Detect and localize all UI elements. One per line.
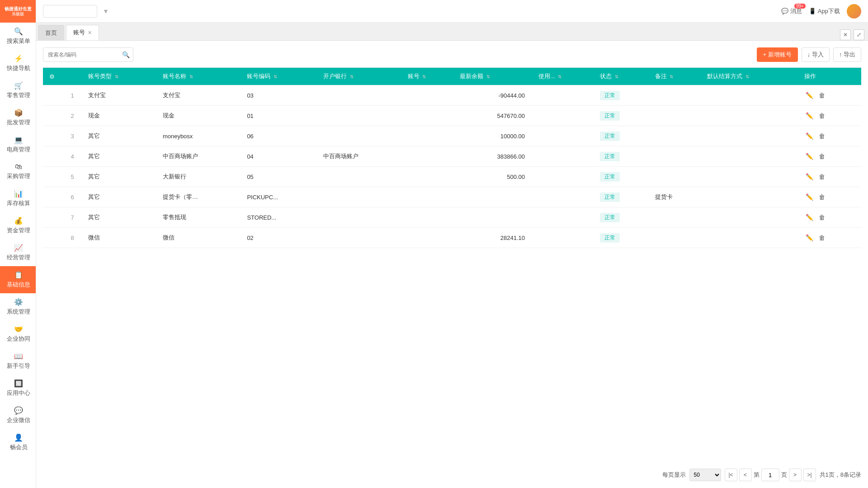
tab-home[interactable]: 首页 <box>38 25 64 40</box>
row-bank: 中百商场账户 <box>319 146 403 167</box>
edit-button[interactable]: ✏️ <box>804 90 815 101</box>
row-account <box>403 187 455 207</box>
tab-close-icon[interactable]: ✕ <box>88 30 92 36</box>
retail-icon: 🛒 <box>14 81 23 90</box>
col-type[interactable]: 账号类型 ⇅ <box>84 68 158 85</box>
row-name: 微信 <box>158 228 243 248</box>
sidebar-item-search-menu[interactable]: 🔍 搜索菜单 <box>0 23 36 50</box>
delete-button[interactable]: 🗑 <box>816 212 827 223</box>
tab-close-all-button[interactable]: ✕ <box>840 29 851 40</box>
message-button[interactable]: 💬 消息 99+ <box>781 7 802 15</box>
row-code: PICKUPC... <box>242 187 319 207</box>
row-name: 零售抵现 <box>158 207 243 228</box>
page-first-button[interactable]: |< <box>725 469 737 481</box>
chevron-down-icon[interactable]: ▾ <box>104 7 108 15</box>
sidebar-item-corp-agreement[interactable]: 🤝 企业协同 <box>0 320 36 347</box>
row-balance: 28241.10 <box>455 228 534 248</box>
sidebar-item-system[interactable]: ⚙️ 系统管理 <box>0 293 36 320</box>
sidebar-item-inventory[interactable]: 📊 库存核算 <box>0 185 36 212</box>
col-balance[interactable]: 最新余额 ⇅ <box>455 68 534 85</box>
sidebar-item-ecommerce[interactable]: 💻 电商管理 <box>0 131 36 158</box>
import-label: ↓ 导入 <box>807 51 824 59</box>
edit-button[interactable]: ✏️ <box>804 192 815 202</box>
col-code[interactable]: 账号编码 ⇅ <box>242 68 319 85</box>
page-current-label: 第 <box>754 471 760 479</box>
row-balance: 547670.00 <box>455 106 534 126</box>
sidebar-item-quick-nav[interactable]: ⚡ 快捷导航 <box>0 50 36 77</box>
tab-expand-button[interactable]: ⤢ <box>854 29 864 40</box>
page-next-button[interactable]: > <box>789 469 802 481</box>
system-icon: ⚙️ <box>14 298 23 306</box>
sidebar-item-wholesale-mgmt[interactable]: 📦 批发管理 <box>0 104 36 131</box>
export-button[interactable]: ↑ 导出 <box>833 47 861 62</box>
col-account[interactable]: 账号 ⇅ <box>403 68 455 85</box>
tab-account[interactable]: 账号 ✕ <box>66 25 99 40</box>
delete-button[interactable]: 🗑 <box>816 171 827 182</box>
row-remark <box>651 146 703 167</box>
page-unit-label: 页 <box>781 471 787 479</box>
row-account <box>403 167 455 187</box>
row-default-settle <box>703 106 799 126</box>
user-avatar[interactable] <box>847 4 861 19</box>
row-gear <box>43 106 61 126</box>
edit-button[interactable]: ✏️ <box>804 171 815 182</box>
account-table: ⚙ 账号类型 ⇅ 账号名称 ⇅ 账号编码 ⇅ <box>43 67 861 248</box>
purchase-icon: 🛍 <box>15 163 22 171</box>
row-index: 3 <box>61 126 84 146</box>
row-default-settle <box>703 207 799 228</box>
col-remark[interactable]: 备注 ⇅ <box>651 68 703 85</box>
row-remark <box>651 207 703 228</box>
delete-button[interactable]: 🗑 <box>816 90 827 101</box>
sidebar-item-basic-info[interactable]: 📋 基础信息 <box>0 266 36 293</box>
sidebar-item-member[interactable]: 👤 畅会员 <box>0 429 36 456</box>
page-prev-button[interactable]: < <box>739 469 752 481</box>
row-type: 其它 <box>84 207 158 228</box>
sidebar-item-operation[interactable]: 📈 经营管理 <box>0 239 36 266</box>
edit-button[interactable]: ✏️ <box>804 110 815 121</box>
sidebar-item-capital[interactable]: 💰 资金管理 <box>0 212 36 239</box>
top-search-input[interactable] <box>43 5 97 18</box>
col-default-settle[interactable]: 默认结算方式 ⇅ <box>703 68 799 85</box>
edit-button[interactable]: ✏️ <box>804 232 815 243</box>
col-gear[interactable]: ⚙ <box>43 68 61 85</box>
edit-button[interactable]: ✏️ <box>804 131 815 141</box>
edit-button[interactable]: ✏️ <box>804 151 815 162</box>
sidebar-item-label: 资金管理 <box>7 226 30 235</box>
app-name: 畅捷通好生意 <box>5 6 32 12</box>
search-icon[interactable]: 🔍 <box>122 51 130 58</box>
sidebar-item-guide[interactable]: 📖 新手引导 <box>0 347 36 375</box>
app-download-button[interactable]: 📱 App下载 <box>809 7 840 15</box>
delete-button[interactable]: 🗑 <box>816 131 827 141</box>
row-name: 中百商场账户 <box>158 146 243 167</box>
delete-button[interactable]: 🗑 <box>816 110 827 121</box>
delete-button[interactable]: 🗑 <box>816 192 827 202</box>
edit-button[interactable]: ✏️ <box>804 212 815 223</box>
col-bank[interactable]: 开户银行 ⇅ <box>319 68 403 85</box>
row-type: 支付宝 <box>84 85 158 106</box>
import-button[interactable]: ↓ 导入 <box>802 47 830 62</box>
page-last-button[interactable]: >| <box>803 469 816 481</box>
corp-icon: 🤝 <box>14 325 23 333</box>
delete-button[interactable]: 🗑 <box>816 232 827 243</box>
account-search-input[interactable] <box>43 47 133 62</box>
row-remark <box>651 126 703 146</box>
row-bank <box>319 85 403 106</box>
col-name[interactable]: 账号名称 ⇅ <box>158 68 243 85</box>
col-status[interactable]: 状态 ⇅ <box>595 68 651 85</box>
capital-icon: 💰 <box>14 216 23 225</box>
sidebar-item-purchase[interactable]: 🛍 采购管理 <box>0 158 36 185</box>
delete-button[interactable]: 🗑 <box>816 151 827 162</box>
col-usage[interactable]: 使用... ⇅ <box>534 68 595 85</box>
page-size-select[interactable]: 50 100 200 <box>689 469 721 481</box>
sidebar-item-wechat[interactable]: 💬 企业微信 <box>0 402 36 429</box>
sidebar-item-label: 应用中心 <box>7 389 30 397</box>
row-code: 02 <box>242 228 319 248</box>
page-input[interactable] <box>761 469 779 481</box>
col-balance-label: 最新余额 <box>460 73 483 80</box>
sidebar-item-retail-mgmt[interactable]: 🛒 零售管理 <box>0 77 36 104</box>
row-balance: 383866.00 <box>455 146 534 167</box>
add-account-button[interactable]: + 新增账号 <box>757 47 798 62</box>
col-code-label: 账号编码 <box>247 73 270 80</box>
sidebar-item-app-center[interactable]: 🔲 应用中心 <box>0 375 36 402</box>
row-gear <box>43 187 61 207</box>
